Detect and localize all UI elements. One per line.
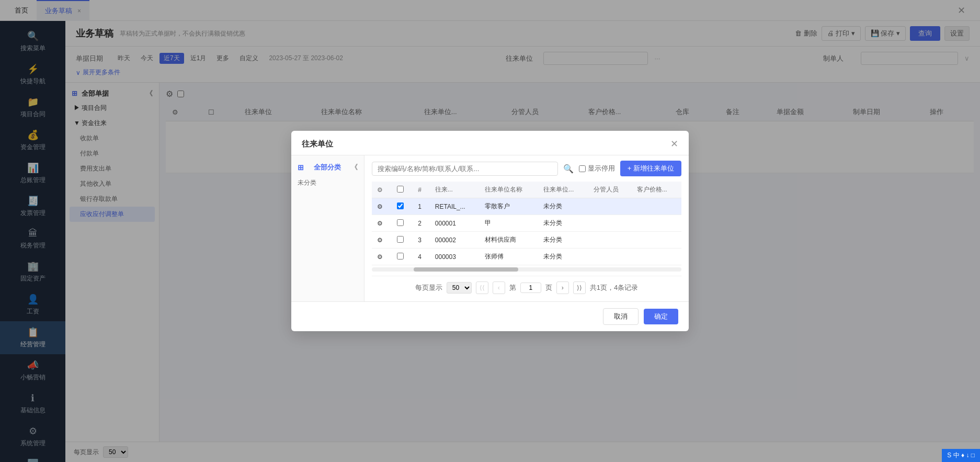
page-number-input[interactable] [520, 283, 541, 293]
row-checkbox[interactable] [392, 198, 413, 215]
dialog-category-label: 全部分类 [314, 163, 341, 172]
dialog-left-header: ⊞ 全部分类 《 [291, 160, 364, 175]
dialog-search-row: 🔍 显示停用 + 新增往来单位 [372, 161, 681, 176]
per-page-label: 每页显示 [415, 283, 442, 292]
total-records: 共1页，4条记录 [590, 283, 638, 292]
row-name: 零散客户 [480, 198, 538, 215]
row-name: 甲 [480, 215, 538, 232]
col-partner-code: 往来... [430, 182, 480, 198]
row-manager [588, 232, 632, 249]
row-settings-icon: ⚙ [377, 253, 383, 261]
row-settings[interactable]: ⚙ [372, 198, 392, 215]
dialog-footer: 取消 确定 [291, 301, 689, 331]
row-checkbox[interactable] [392, 249, 413, 265]
partner-dialog: 往来单位 ✕ ⊞ 全部分类 《 未分类 🔍 [291, 131, 689, 331]
row-settings[interactable]: ⚙ [372, 215, 392, 232]
prev-page-button[interactable]: ‹ [493, 281, 505, 294]
row-settings-icon: ⚙ [377, 220, 383, 227]
dialog-left-collapse-button[interactable]: 《 [351, 163, 358, 172]
horizontal-scrollbar[interactable] [372, 267, 681, 272]
dialog-category-unclassified[interactable]: 未分类 [291, 175, 364, 190]
dialog-table-row[interactable]: ⚙ 4 000003 张师傅 未分类 [372, 249, 681, 265]
row-category: 未分类 [538, 198, 588, 215]
row-code: 000001 [430, 215, 480, 232]
row-name: 材料供应商 [480, 232, 538, 249]
dialog-table-row[interactable]: ⚙ 2 000001 甲 未分类 [372, 215, 681, 232]
row-manager [588, 198, 632, 215]
row-price [632, 232, 681, 249]
dialog-table-row[interactable]: ⚙ 3 000002 材料供应商 未分类 [372, 232, 681, 249]
row-settings[interactable]: ⚙ [372, 232, 392, 249]
row-settings[interactable]: ⚙ [372, 249, 392, 265]
dialog-close-button[interactable]: ✕ [670, 138, 678, 150]
dialog-left-panel: ⊞ 全部分类 《 未分类 [291, 155, 364, 301]
per-page-select[interactable]: 50 [447, 282, 472, 294]
row-settings-icon: ⚙ [377, 203, 383, 210]
col-partner-name: 往来单位名称 [480, 182, 538, 198]
row-category: 未分类 [538, 249, 588, 265]
row-manager [588, 215, 632, 232]
col-select-all[interactable] [392, 182, 413, 198]
row-num: 1 [413, 198, 430, 215]
status-bar-text: S 中 ♦ ↓ □ [947, 451, 975, 460]
last-page-button[interactable]: ⟩⟩ [573, 281, 586, 294]
scroll-thumb [414, 267, 518, 272]
next-page-button[interactable]: › [556, 281, 569, 294]
page-label-post: 页 [545, 283, 552, 292]
row-price [632, 215, 681, 232]
row-select-checkbox[interactable] [397, 253, 404, 260]
confirm-button[interactable]: 确定 [644, 309, 678, 324]
row-price [632, 249, 681, 265]
row-category: 未分类 [538, 215, 588, 232]
dialog-select-all-checkbox[interactable] [397, 186, 404, 193]
col-settings-icon[interactable]: ⚙ [372, 182, 392, 198]
show-disabled-label: 显示停用 [588, 164, 615, 173]
row-num: 4 [413, 249, 430, 265]
dialog-pagination: 每页显示 50 ⟨⟨ ‹ 第 页 › ⟩⟩ 共1页，4条记录 [372, 276, 681, 296]
dialog-table-row[interactable]: ⚙ 1 RETAIL_... 零散客户 未分类 [372, 198, 681, 215]
row-code: RETAIL_... [430, 198, 480, 215]
first-page-button[interactable]: ⟨⟨ [476, 281, 488, 294]
dialog-table-header: ⚙ # 往来... 往来单位名称 往来单位... 分管人员 客户价格... [372, 182, 681, 198]
row-select-checkbox[interactable] [397, 219, 404, 226]
row-code: 000002 [430, 232, 480, 249]
row-num: 2 [413, 215, 430, 232]
page-label-pre: 第 [509, 283, 516, 292]
dialog-title: 往来单位 [302, 139, 333, 149]
row-num: 3 [413, 232, 430, 249]
col-category: 往来单位... [538, 182, 588, 198]
row-price [632, 198, 681, 215]
row-checkbox[interactable] [392, 215, 413, 232]
status-bar: S 中 ♦ ↓ □ [942, 449, 980, 462]
row-name: 张师傅 [480, 249, 538, 265]
col-num: # [413, 182, 430, 198]
show-disabled-checkbox[interactable] [579, 165, 586, 172]
category-icon: ⊞ [298, 163, 304, 172]
partner-search-input[interactable] [372, 162, 558, 176]
dialog-body: ⊞ 全部分类 《 未分类 🔍 显示停用 + 新增往来单位 [291, 155, 689, 301]
add-partner-button[interactable]: + 新增往来单位 [620, 161, 681, 176]
partner-table: ⚙ # 往来... 往来单位名称 往来单位... 分管人员 客户价格... [372, 182, 681, 265]
dialog-overlay: 往来单位 ✕ ⊞ 全部分类 《 未分类 🔍 [0, 0, 980, 462]
col-price-level: 客户价格... [632, 182, 681, 198]
row-code: 000003 [430, 249, 480, 265]
col-manager: 分管人员 [588, 182, 632, 198]
dialog-header: 往来单位 ✕ [291, 131, 689, 155]
row-checkbox[interactable] [392, 232, 413, 249]
row-manager [588, 249, 632, 265]
row-category: 未分类 [538, 232, 588, 249]
search-icon[interactable]: 🔍 [563, 164, 574, 174]
partner-table-wrap: ⚙ # 往来... 往来单位名称 往来单位... 分管人员 客户价格... [372, 182, 681, 265]
show-disabled-toggle[interactable]: 显示停用 [579, 164, 615, 173]
row-select-checkbox[interactable] [397, 236, 404, 243]
row-settings-icon: ⚙ [377, 236, 383, 244]
cancel-button[interactable]: 取消 [603, 308, 639, 325]
dialog-right-panel: 🔍 显示停用 + 新增往来单位 ⚙ # [364, 155, 689, 301]
row-select-checkbox[interactable] [397, 202, 404, 209]
